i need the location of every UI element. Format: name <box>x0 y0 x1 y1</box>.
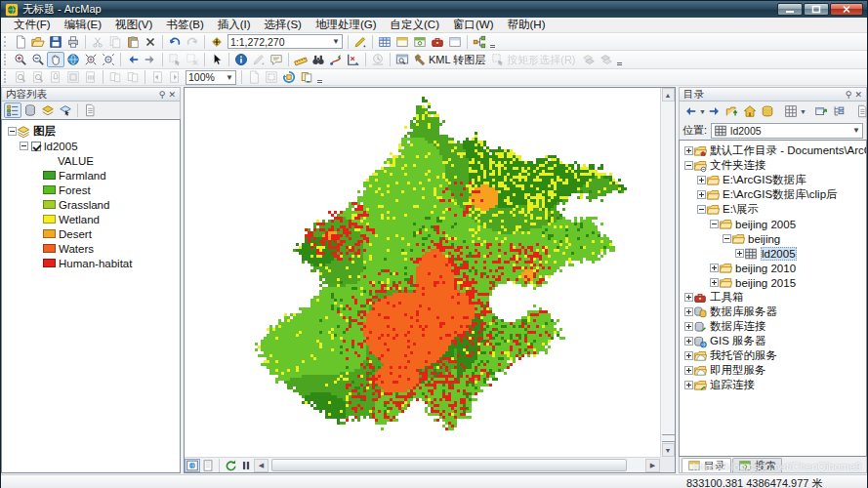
add-data-button[interactable] <box>208 34 226 50</box>
toggle-draft-mode-button[interactable] <box>245 69 263 85</box>
scroll-down-icon[interactable]: ▼ <box>662 443 675 457</box>
tree-item-folder[interactable]: E:\展示 <box>682 202 866 217</box>
minimize-button[interactable] <box>777 3 803 16</box>
toc-layer-ld2005[interactable]: ld2005 <box>6 139 180 153</box>
scroll-left-icon[interactable]: ◀ <box>254 459 269 472</box>
menu-customize[interactable]: 自定义(C) <box>384 18 446 32</box>
change-layout-button[interactable] <box>280 69 298 85</box>
legend-item-desert[interactable]: Desert <box>6 226 180 241</box>
union-layers-button[interactable] <box>598 52 615 67</box>
legend-swatch[interactable] <box>43 185 56 194</box>
select-elements-button[interactable] <box>208 52 226 67</box>
focus-data-frame-button[interactable] <box>263 69 280 85</box>
tree-item-folder[interactable]: beijing 2005 <box>682 217 866 231</box>
toc-header[interactable]: 内容列表 ⚲ ✕ <box>1 87 181 101</box>
catalog-options-button[interactable] <box>853 103 868 119</box>
toc-layers-root[interactable]: 图层 <box>6 124 180 139</box>
data-view-button[interactable] <box>185 459 200 472</box>
tab-catalog[interactable]: 目录 <box>682 458 731 472</box>
map-scale-combo[interactable]: 1:1,272,270▼ <box>227 34 343 49</box>
back-extent-button[interactable] <box>124 52 142 67</box>
scrollbar-splitter[interactable] <box>662 434 675 442</box>
toc-field-value[interactable]: VALUE <box>6 153 180 168</box>
legend-item-grassland[interactable]: Grassland <box>6 197 180 212</box>
tree-item-folder[interactable]: E:\ArcGIS数据库 <box>682 173 866 187</box>
toolbar-grip[interactable] <box>4 71 9 82</box>
close-icon[interactable]: ✕ <box>854 90 862 100</box>
legend-swatch[interactable] <box>43 200 56 209</box>
go-to-xy-button[interactable] <box>345 52 362 67</box>
scroll-right-icon[interactable]: ▶ <box>645 459 660 472</box>
pan-page-button[interactable] <box>47 69 64 85</box>
save-button[interactable] <box>47 34 64 50</box>
tree-item-database-servers[interactable]: 数据库服务器 <box>682 305 866 319</box>
map-horizontal-scrollbar[interactable] <box>269 459 644 472</box>
tree-item-raster-ld2005[interactable]: ld2005 <box>682 246 866 261</box>
redo-button[interactable] <box>184 34 201 50</box>
menu-edit[interactable]: 编辑(E) <box>58 18 108 32</box>
legend-item-waters[interactable]: Waters <box>6 241 180 256</box>
up-one-level-button[interactable] <box>723 103 741 119</box>
page-zoom-combo[interactable]: 100%▼ <box>186 70 236 85</box>
tree-item-folder[interactable]: beijing 2015 <box>682 275 866 290</box>
tree-item-folder[interactable]: E:\ArcGIS数据库\clip后 <box>682 187 866 202</box>
legend-swatch[interactable] <box>43 171 56 180</box>
launch-window-button[interactable] <box>812 103 830 119</box>
toc-options-button[interactable] <box>81 102 99 118</box>
title-bar[interactable]: 无标题 - ArcMap <box>1 1 867 18</box>
copy-button[interactable] <box>106 34 124 50</box>
viewer-window-button[interactable] <box>393 52 411 67</box>
menu-geoprocessing[interactable]: 地理处理(G) <box>309 18 384 32</box>
catalog-header[interactable]: 目录 ⚲ ✕ <box>679 87 867 101</box>
close-icon[interactable]: ✕ <box>168 90 176 100</box>
attribute-table-button[interactable] <box>376 34 393 50</box>
forward-extent-button[interactable] <box>142 52 159 67</box>
measure-button[interactable] <box>292 52 310 67</box>
find-route-button[interactable] <box>327 52 345 67</box>
tree-item-my-hosted-services[interactable]: 我托管的服务 <box>682 348 866 363</box>
legend-item-farmland[interactable]: Farmland <box>6 168 180 183</box>
scroll-up-icon[interactable]: ▲ <box>662 88 675 102</box>
list-by-source-button[interactable] <box>21 102 39 118</box>
arctoolbox-button[interactable] <box>429 34 446 50</box>
catalog-window-button[interactable] <box>393 34 411 50</box>
data-driven-pages-button[interactable] <box>298 69 315 85</box>
previous-extent-page-button[interactable] <box>148 69 166 85</box>
paste-button[interactable] <box>124 34 142 50</box>
edit-annotation-button[interactable] <box>250 52 268 67</box>
legend-swatch[interactable] <box>43 259 56 267</box>
full-extent-button[interactable] <box>64 52 82 67</box>
zoom-whole-page-button[interactable] <box>64 69 82 85</box>
tree-item-toolboxes[interactable]: 工具箱 <box>682 290 866 305</box>
identify-button[interactable] <box>232 52 250 67</box>
new-document-button[interactable] <box>12 34 29 50</box>
toolbar-overflow[interactable] <box>615 52 624 67</box>
search-window-button[interactable] <box>411 34 429 50</box>
toolbar-grip[interactable] <box>4 36 9 48</box>
pan-button[interactable] <box>47 52 64 67</box>
html-popup-button[interactable] <box>268 52 285 67</box>
tree-item-ready-to-use-services[interactable]: 即用型服务 <box>682 363 866 378</box>
list-by-selection-button[interactable] <box>57 102 74 118</box>
menu-file[interactable]: 文件(F) <box>7 18 58 32</box>
kml-to-layer-button[interactable]: KML 转图层 <box>411 52 489 67</box>
toolbar-grip[interactable] <box>4 54 9 66</box>
legend-item-wetland[interactable]: Wetland <box>6 212 180 226</box>
menu-window[interactable]: 窗口(W) <box>446 18 501 32</box>
zoom-out-button[interactable] <box>29 52 47 67</box>
list-by-drawing-order-button[interactable] <box>4 102 21 118</box>
maximize-button[interactable] <box>804 3 829 16</box>
undo-button[interactable] <box>166 34 184 50</box>
menu-insert[interactable]: 插入(I) <box>211 18 258 32</box>
layout-view-button[interactable] <box>200 459 216 472</box>
contents-view-button[interactable] <box>782 103 800 119</box>
location-combo[interactable]: ld2005 ▼ <box>711 123 863 139</box>
find-button[interactable] <box>310 52 327 67</box>
back-button[interactable] <box>682 103 699 119</box>
model-builder-button[interactable] <box>471 34 488 50</box>
toggle-tree-button[interactable] <box>830 103 847 119</box>
python-window-button[interactable] <box>446 34 464 50</box>
menu-view[interactable]: 视图(V) <box>108 18 159 32</box>
tree-item-home-folder[interactable]: 默认工作目录 - Documents\ArcGIS <box>682 143 866 158</box>
pin-icon[interactable]: ⚲ <box>159 90 166 100</box>
